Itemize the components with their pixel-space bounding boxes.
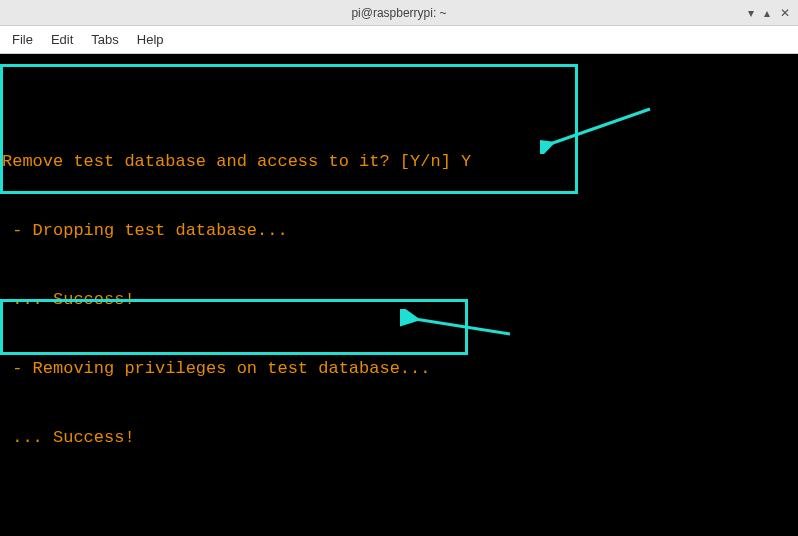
- menu-tabs[interactable]: Tabs: [91, 32, 118, 47]
- menu-help[interactable]: Help: [137, 32, 164, 47]
- annotation-arrow-icon: [540, 104, 660, 154]
- terminal-line: ... Success!: [2, 288, 796, 311]
- menu-edit[interactable]: Edit: [51, 32, 73, 47]
- window-controls: ▾ ▴ ✕: [748, 0, 790, 25]
- menubar: File Edit Tabs Help: [0, 26, 798, 54]
- minimize-button[interactable]: ▾: [748, 6, 754, 20]
- terminal-line: Remove test database and access to it? […: [2, 150, 796, 173]
- svg-line-0: [550, 109, 650, 144]
- annotation-arrow-icon: [400, 309, 520, 339]
- menu-file[interactable]: File: [12, 32, 33, 47]
- annotation-highlight-box: [0, 64, 578, 194]
- svg-line-1: [415, 319, 510, 334]
- terminal-line: - Removing privileges on test database..…: [2, 357, 796, 380]
- terminal-line: ... Success!: [2, 426, 796, 449]
- terminal-line: - Dropping test database...: [2, 219, 796, 242]
- window-title: pi@raspberrypi: ~: [351, 6, 446, 20]
- maximize-button[interactable]: ▴: [764, 6, 770, 20]
- window-titlebar: pi@raspberrypi: ~ ▾ ▴ ✕: [0, 0, 798, 26]
- terminal-output[interactable]: Remove test database and access to it? […: [0, 54, 798, 536]
- close-button[interactable]: ✕: [780, 6, 790, 20]
